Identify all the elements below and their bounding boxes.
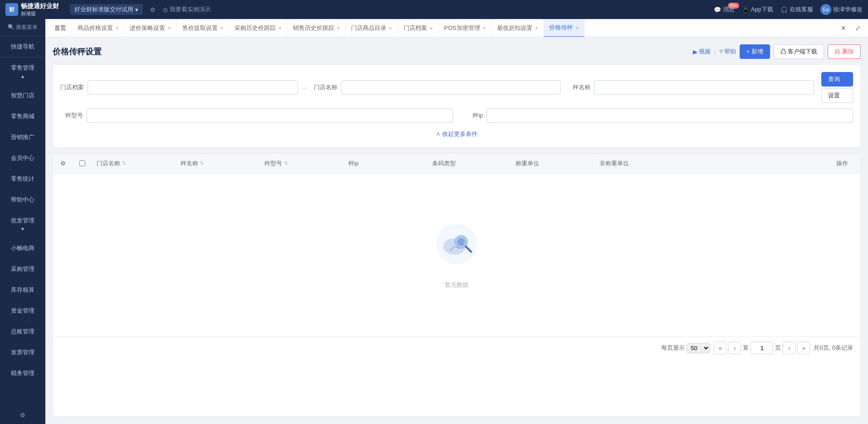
tab-close-sales-history[interactable]: × bbox=[337, 25, 340, 31]
sidebar-item-retail-management[interactable]: 零售管理 ▲ bbox=[0, 58, 45, 85]
data-table: ⚙ 门店名称 ⇅ 秤名称 ⇅ bbox=[53, 153, 861, 417]
table-body: 暂无数据 bbox=[53, 173, 860, 337]
tab-store-catalog[interactable]: 门店商品目录 × bbox=[346, 19, 398, 37]
scale-model-input[interactable] bbox=[87, 108, 453, 123]
sidebar-item-invoice[interactable]: 发票管理 bbox=[0, 342, 45, 363]
sidebar-item-inventory[interactable]: 库存核算 bbox=[0, 279, 45, 300]
tab-close-min-discount[interactable]: × bbox=[535, 25, 538, 31]
th-scale-ip: 秤ip bbox=[343, 159, 427, 168]
delete-button[interactable]: 自 删除 bbox=[828, 44, 861, 59]
last-page-button[interactable]: » bbox=[797, 342, 810, 354]
sidebar-item-general-ledger[interactable]: 总账管理 bbox=[0, 321, 45, 342]
tab-close-purchase-history[interactable]: × bbox=[278, 25, 281, 31]
env-selector[interactable]: 好业财标准版交付试用 ▾ bbox=[70, 4, 143, 15]
th-non-weight-unit: 非称重单位 bbox=[594, 159, 824, 168]
sidebar-search[interactable]: 🔍 搜索菜单 bbox=[0, 19, 45, 36]
tab-purchase-history[interactable]: 采购历史价跟踪 × bbox=[229, 19, 287, 37]
page-number-input[interactable] bbox=[751, 342, 773, 354]
message-badge: 99+ bbox=[728, 3, 739, 9]
settings-icon[interactable]: ⚙ bbox=[60, 160, 66, 167]
tab-close-product-price[interactable]: × bbox=[116, 25, 118, 31]
online-service-button[interactable]: 🎧 在线客服 bbox=[780, 5, 813, 14]
demo-link[interactable]: ◎ 我要看实例演示 bbox=[163, 5, 211, 14]
first-page-button[interactable]: « bbox=[714, 342, 727, 354]
sidebar-item-marketing[interactable]: 营销推广 bbox=[0, 127, 45, 148]
env-settings-icon[interactable]: ⚙ bbox=[146, 3, 159, 16]
tab-close-purchase-strategy[interactable]: × bbox=[168, 25, 171, 31]
query-button[interactable]: 查询 bbox=[821, 72, 853, 87]
tab-pos-management[interactable]: POS加密管理 × bbox=[439, 19, 492, 37]
app-version: 标准版 bbox=[21, 10, 59, 17]
sidebar-item-help-center[interactable]: 帮助中心 bbox=[0, 189, 45, 210]
page-content: 价格传秤设置 ▶ 视频 | ? 帮助 + 新增 凸 客户端下载 自 bbox=[45, 37, 868, 424]
store-name-input[interactable] bbox=[341, 80, 560, 95]
th-scale-model: 秤型号 ⇅ bbox=[259, 159, 343, 168]
next-page-button[interactable]: › bbox=[783, 342, 795, 354]
sidebar-item-smart-store[interactable]: 智慧门店 bbox=[0, 85, 45, 106]
store-file-input[interactable] bbox=[88, 80, 298, 95]
sidebar-item-ecommerce[interactable]: 小畅电商 bbox=[0, 238, 45, 259]
demo-circle-icon: ◎ bbox=[163, 6, 168, 13]
scale-name-field: 秤名称 bbox=[568, 72, 814, 103]
tab-close-all-button[interactable]: ✕ bbox=[837, 22, 850, 34]
tab-purchase-strategy[interactable]: 进价策略设置 × bbox=[124, 19, 176, 37]
sidebar-item-tax[interactable]: 税务管理 bbox=[0, 363, 45, 384]
scale-name-label: 秤名称 bbox=[568, 83, 590, 92]
scale-name-input[interactable] bbox=[594, 80, 814, 95]
tab-product-price[interactable]: 商品价格设置 × bbox=[72, 19, 124, 37]
top-bar-right: 💬 消息 99+ 📱 App下载 🎧 在线客服 Ea 徐泽华修改 bbox=[714, 4, 863, 15]
tab-close-store-catalog[interactable]: × bbox=[389, 25, 392, 31]
tab-home[interactable]: 首页 bbox=[49, 19, 72, 37]
chevron-up-icon: ▲ bbox=[20, 74, 25, 79]
empty-icon bbox=[434, 222, 479, 275]
add-button[interactable]: + 新增 bbox=[740, 44, 770, 59]
sidebar-item-finance[interactable]: 资金管理 bbox=[0, 300, 45, 321]
message-button[interactable]: 💬 消息 99+ bbox=[714, 5, 735, 14]
chevron-down-icon: ▼ bbox=[20, 226, 25, 231]
tab-sale-extract[interactable]: 售价提取设置 × bbox=[177, 19, 229, 37]
scale-model-field: 秤型号 bbox=[60, 108, 453, 123]
help-link[interactable]: ? 帮助 bbox=[719, 48, 736, 56]
scale-ip-input[interactable] bbox=[487, 108, 853, 123]
sort-store-name-icon[interactable]: ⇅ bbox=[122, 160, 126, 166]
form-row-2: 秤型号 秤ip bbox=[60, 108, 853, 123]
sort-scale-name-icon[interactable]: ⇅ bbox=[200, 160, 204, 166]
client-download-button[interactable]: 凸 客户端下载 bbox=[774, 44, 824, 59]
store-file-field: 门店档案 ··· bbox=[60, 72, 307, 103]
empty-text: 暂无数据 bbox=[445, 281, 468, 289]
tab-bar: 首页 商品价格设置 × 进价策略设置 × 售价提取设置 × 采购历史价跟踪 × bbox=[45, 19, 868, 37]
tab-expand-button[interactable]: ⤢ bbox=[852, 22, 864, 34]
sidebar-item-quick-nav[interactable]: 快捷导航 bbox=[0, 36, 45, 58]
total-info: 共0页, 0条记录 bbox=[814, 344, 853, 352]
th-scale-name: 秤名称 ⇅ bbox=[175, 159, 259, 168]
pagination: 每页显示 10 20 50 100 « ‹ 算 bbox=[53, 337, 860, 359]
page-label: 算 bbox=[743, 344, 749, 352]
sort-scale-model-icon[interactable]: ⇅ bbox=[284, 160, 288, 166]
app-download-button[interactable]: 📱 App下载 bbox=[742, 5, 773, 14]
prev-page-button[interactable]: ‹ bbox=[728, 342, 741, 354]
sidebar-item-member-center[interactable]: 会员中心 bbox=[0, 148, 45, 169]
page-size-dropdown[interactable]: 10 20 50 100 bbox=[687, 343, 710, 353]
tab-close-sale-extract[interactable]: × bbox=[220, 25, 223, 31]
sidebar-item-wholesale[interactable]: 批发管理 ▼ bbox=[0, 210, 45, 238]
tab-close-pos-management[interactable]: × bbox=[483, 25, 486, 31]
user-info[interactable]: Ea 徐泽华修改 bbox=[820, 4, 863, 15]
tab-close-store-file[interactable]: × bbox=[430, 25, 433, 31]
user-name: 徐泽华修改 bbox=[833, 5, 863, 14]
store-file-more-icon[interactable]: ··· bbox=[302, 84, 307, 91]
tab-min-discount[interactable]: 最低折扣设置 × bbox=[492, 19, 544, 37]
collapse-button[interactable]: ∧ 收起更多条件 bbox=[436, 130, 478, 138]
select-all-checkbox[interactable] bbox=[79, 160, 85, 166]
settings-button[interactable]: 设置 bbox=[821, 88, 853, 103]
tab-price-scale[interactable]: 价格传秤 × bbox=[544, 19, 584, 37]
th-settings: ⚙ bbox=[53, 160, 73, 167]
tab-sales-history[interactable]: 销售历史价跟踪 × bbox=[288, 19, 346, 37]
sidebar-item-retail-stats[interactable]: 零售统计 bbox=[0, 169, 45, 189]
sidebar-item-retail-mall[interactable]: 零售商城 bbox=[0, 106, 45, 127]
tab-close-price-scale[interactable]: × bbox=[575, 25, 578, 30]
question-icon: ? bbox=[719, 48, 722, 55]
sidebar-item-purchase[interactable]: 采购管理 bbox=[0, 259, 45, 279]
tab-store-file[interactable]: 门店档案 × bbox=[398, 19, 439, 37]
sidebar-settings-icon[interactable]: ⚙ bbox=[0, 406, 45, 424]
video-link[interactable]: ▶ 视频 bbox=[693, 48, 711, 56]
